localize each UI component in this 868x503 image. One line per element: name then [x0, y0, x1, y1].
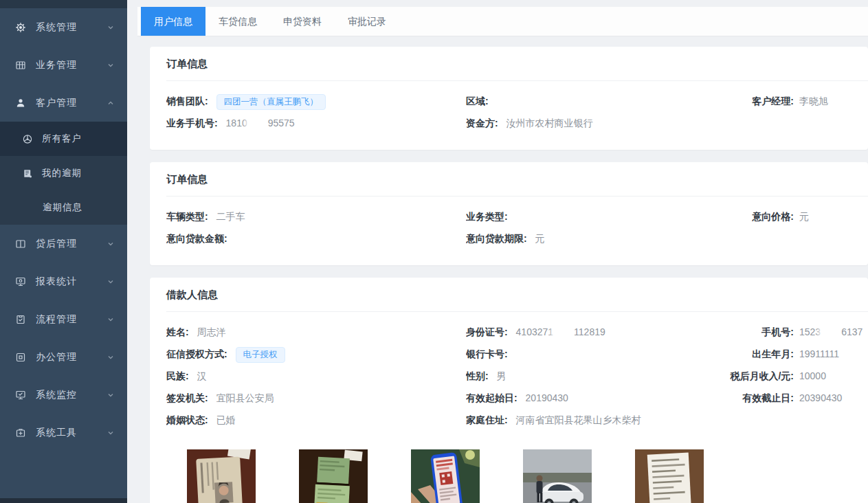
field-value: 已婚 [216, 414, 236, 425]
credit-auth-tag: 电子授权 [236, 347, 285, 363]
photo-id-card: 身份证 [187, 449, 256, 503]
field-account-manager: 客户经理: 李晓旭 [700, 96, 868, 108]
field-business-phone: 业务手机号: 181095575 [166, 118, 466, 130]
chevron-down-icon [107, 23, 115, 32]
sidebar-item-label: 报表统计 [36, 276, 77, 288]
sidebar-item-office-management[interactable]: 办公管理 [0, 338, 127, 376]
photo-credit-auth-screen: 征信授权 [411, 449, 480, 503]
field-intended-price: 意向价格: 元 [700, 211, 868, 223]
tab-user-info[interactable]: 用户信息 [141, 7, 205, 36]
tab-loan-application-docs[interactable]: 申贷资料 [270, 7, 335, 36]
sidebar-item-label: 流程管理 [36, 313, 77, 326]
field-name: 姓名: 周志洋 [166, 326, 466, 339]
field-credit-auth-method: 征信授权方式: 电子授权 [166, 347, 466, 363]
sidebar-item-my-overdue[interactable]: 我的逾期 [0, 156, 127, 190]
sidebar-item-system-tools[interactable]: 系统工具 [0, 414, 127, 451]
notebook-icon [22, 168, 33, 179]
credit-auth-photo[interactable] [411, 449, 480, 503]
field-valid-to: 有效截止日: 20390430 [700, 392, 868, 405]
field-label: 车辆类型: [166, 211, 208, 222]
main-content: 用户信息 车贷信息 申贷资料 审批记录 订单信息 销售团队: 四团一营（直属王鹏… [137, 0, 868, 503]
field-value: 181095575 [226, 118, 295, 128]
field-value: 河南省宜阳县花果山乡木柴村 [516, 414, 641, 425]
sidebar-top-strip [0, 0, 127, 8]
sidebar-item-customer-management[interactable]: 客户管理 [0, 84, 127, 122]
field-label: 意向贷款期限: [466, 233, 527, 244]
field-label: 姓名: [166, 326, 189, 337]
privacy-mask [248, 119, 267, 128]
tab-approval-records[interactable]: 审批记录 [335, 7, 399, 36]
field-value: 元 [799, 211, 868, 223]
field-label: 婚姻状态: [166, 414, 208, 425]
field-label: 签发机关: [166, 392, 208, 403]
field-value: 20390430 [799, 392, 868, 405]
field-label: 民族: [166, 370, 189, 381]
tab-bar: 用户信息 车贷信息 申贷资料 审批记录 [137, 7, 868, 36]
tab-car-loan-info[interactable]: 车贷信息 [205, 7, 270, 36]
field-value: 20190430 [526, 392, 568, 403]
id-card-photo[interactable] [187, 449, 256, 503]
sidebar-item-label: 我的逾期 [42, 167, 82, 179]
sidebar-item-label: 系统管理 [36, 21, 77, 34]
field-monthly-income: 税后月收入/元: 10000 [700, 370, 868, 383]
field-label: 性别: [466, 370, 489, 381]
clipboard-icon [15, 314, 26, 325]
field-label: 身份证号: [466, 326, 508, 337]
chevron-down-icon [107, 240, 115, 248]
sidebar-item-business-management[interactable]: 业务管理 [0, 46, 127, 84]
sidebar-item-label: 客户管理 [36, 97, 77, 109]
handwritten-doc-photo[interactable] [635, 449, 704, 503]
field-value: 汝州市农村商业银行 [507, 118, 593, 128]
document-photos: 身份证 [187, 449, 868, 503]
field-label: 业务手机号: [166, 118, 218, 128]
field-value: 李晓旭 [799, 96, 868, 108]
license-booklet-photo[interactable] [299, 449, 368, 503]
field-bank-card: 银行卡号: [466, 348, 700, 361]
sidebar-item-overdue-info[interactable]: 逾期信息 [0, 190, 127, 225]
field-label: 意向贷款金额: [166, 233, 227, 244]
field-value: 宜阳县公安局 [216, 392, 274, 403]
field-birth-date: 出生年月: 19911111 [700, 348, 868, 361]
sidebar-item-system-management[interactable]: 系统管理 [0, 8, 127, 46]
field-label: 手机号: [700, 326, 794, 339]
gear-icon [15, 22, 26, 33]
field-home-address: 家庭住址: 河南省宜阳县花果山乡木柴村 [466, 414, 700, 427]
field-id-number: 身份证号: 4103271112819 [466, 326, 700, 339]
person-car-photo[interactable] [523, 449, 592, 503]
field-value: 4103271112819 [516, 326, 605, 337]
field-label: 银行卡号: [466, 348, 508, 359]
field-label: 征信授权方式: [166, 348, 227, 359]
field-label: 资金方: [466, 118, 498, 128]
sales-team-tag[interactable]: 四团一营（直属王鹏飞） [216, 94, 326, 110]
field-value: 周志洋 [197, 326, 226, 337]
privacy-mask [821, 328, 841, 337]
vehicle-order-info-card: 订单信息 车辆类型: 二手车 业务类型: 意向价格: 元 意向贷款金额: [150, 162, 868, 265]
sidebar-item-report-statistics[interactable]: 报表统计 [0, 262, 127, 300]
field-value: 男 [497, 370, 507, 381]
field-label: 区域: [466, 96, 489, 107]
monitor-check-icon [15, 390, 26, 401]
field-business-type: 业务类型: [466, 211, 700, 223]
order-info-card: 订单信息 销售团队: 四团一营（直属王鹏飞） 区域: 客户经理: 李晓旭 业务手 [150, 47, 868, 150]
photo-person-with-car: 个人照 [523, 449, 592, 503]
sidebar-item-postloan-management[interactable]: 贷后管理 [0, 225, 127, 262]
field-value: 汉 [197, 370, 207, 381]
sidebar-item-process-management[interactable]: 流程管理 [0, 300, 127, 338]
sidebar-item-system-monitoring[interactable]: 系统监控 [0, 376, 127, 414]
sidebar-item-all-customers[interactable]: 所有客户 [0, 122, 127, 156]
card-title: 订单信息 [166, 58, 868, 81]
sidebar-item-label: 所有客户 [42, 133, 82, 145]
open-book-icon [15, 238, 26, 249]
monitor-icon [15, 276, 26, 287]
field-mobile-phone: 手机号: 15236137 [700, 326, 868, 339]
field-value: 元 [535, 233, 545, 244]
sidebar-bottom-strip [0, 498, 127, 503]
toolbox-icon [15, 427, 26, 438]
field-intended-loan-term: 意向贷款期限: 元 [466, 233, 700, 245]
field-label: 出生年月: [700, 348, 794, 361]
field-value: 15236137 [799, 326, 868, 339]
field-value: 二手车 [216, 211, 245, 222]
grid-icon [15, 60, 26, 71]
wheel-icon [22, 134, 33, 144]
chevron-up-icon [107, 99, 115, 107]
